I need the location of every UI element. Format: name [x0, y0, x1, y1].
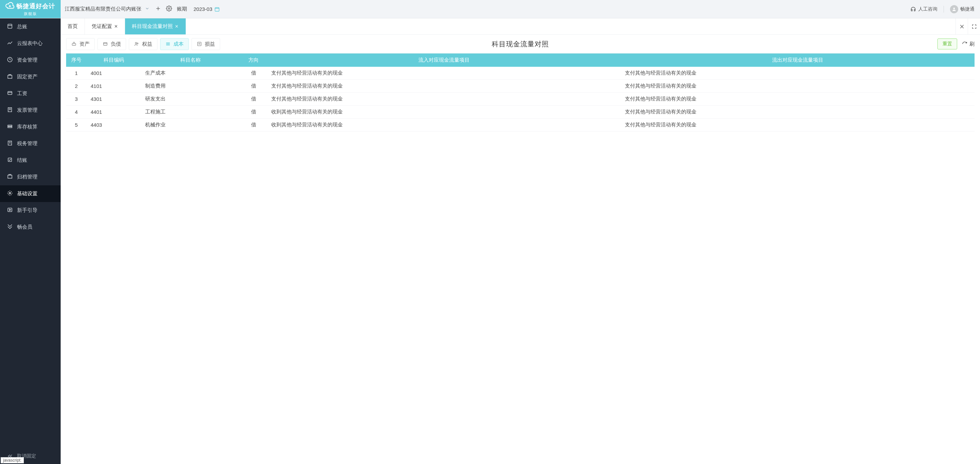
nav-label: 畅会员 [17, 224, 32, 230]
sidebar-item[interactable]: 畅会员 [0, 219, 60, 235]
cell-outflow: 支付其他与经营活动有关的现金 [621, 119, 975, 132]
add-company-button[interactable] [155, 5, 161, 13]
topbar: 畅捷通好会计 旗舰版 江西服宝精品有限责任公司内账张 账期 2023-03 人工… [0, 0, 980, 18]
table-wrapper[interactable]: 序号 科目编码 科目名称 方向 流入对应现金流量项目 流出对应现金流量项目 14… [66, 53, 975, 459]
segment-tab[interactable]: 成本 [160, 38, 189, 50]
svg-rect-11 [8, 75, 12, 78]
tab[interactable]: 首页 [60, 18, 85, 34]
cell-outflow: 支付其他与经营活动有关的现金 [621, 93, 975, 106]
svg-rect-12 [8, 92, 12, 95]
segment-tab[interactable]: 负债 [97, 38, 126, 50]
th-dir: 方向 [240, 54, 267, 67]
help-button[interactable]: 人工咨询 [910, 6, 937, 12]
nav-label: 工资 [17, 90, 27, 97]
chevron-down-icon [145, 6, 150, 12]
table-row[interactable]: 54403机械作业借收到其他与经营活动有关的现金支付其他与经营活动有关的现金 [66, 119, 975, 132]
nav-label: 归档管理 [17, 174, 38, 180]
cashflow-table: 序号 科目编码 科目名称 方向 流入对应现金流量项目 流出对应现金流量项目 14… [66, 54, 975, 132]
period-label: 账期 [177, 6, 187, 12]
sidebar-item[interactable]: 资金管理 [0, 52, 60, 68]
segment-icon [103, 41, 108, 47]
table-row[interactable]: 44401工程施工借收到其他与经营活动有关的现金支付其他与经营活动有关的现金 [66, 106, 975, 119]
sidebar-item[interactable]: 税务管理 [0, 135, 60, 152]
settings-button[interactable] [166, 5, 172, 13]
divider [943, 6, 944, 13]
cell-code: 4401 [87, 106, 141, 119]
nav-icon [7, 90, 13, 97]
fullscreen-icon [972, 24, 977, 29]
sidebar-item[interactable]: 归档管理 [0, 168, 60, 185]
tab[interactable]: 凭证配置✕ [85, 18, 125, 34]
cloud-logo-icon [5, 2, 14, 11]
tab-label: 科目现金流量对照 [132, 23, 173, 30]
nav-icon [7, 157, 13, 164]
avatar-icon [950, 5, 958, 13]
nav-label: 基础设置 [17, 191, 38, 197]
sidebar-item[interactable]: 新手引导 [0, 202, 60, 219]
brand-subtitle: 旗舰版 [24, 11, 37, 16]
tab-close-icon[interactable]: ✕ [114, 24, 118, 29]
segment-label: 权益 [142, 41, 152, 48]
cell-name: 工程施工 [141, 106, 240, 119]
nav-icon [7, 73, 13, 80]
company-selector[interactable]: 江西服宝精品有限责任公司内账张 [64, 5, 150, 14]
panel-title: 科目现金流量对照 [492, 40, 549, 49]
close-all-tabs-button[interactable] [956, 18, 968, 34]
nav-label: 总账 [17, 24, 27, 30]
nav-label: 结账 [17, 157, 27, 164]
svg-point-28 [137, 43, 138, 44]
svg-rect-8 [8, 24, 12, 28]
cell-seq: 5 [66, 119, 87, 132]
headset-icon [910, 6, 916, 12]
refresh-button[interactable]: 刷 [962, 41, 975, 48]
sidebar-item[interactable]: 云报表中心 [0, 35, 60, 52]
segment-group: 资产负债权益成本损益 [66, 38, 220, 50]
tab-close-icon[interactable]: ✕ [175, 24, 178, 29]
reset-button[interactable]: 重置 [937, 38, 957, 49]
table-row[interactable]: 14001生产成本借支付其他与经营活动有关的现金支付其他与经营活动有关的现金 [66, 67, 975, 80]
period-picker[interactable]: 2023-03 [192, 5, 221, 13]
segment-tab[interactable]: 权益 [129, 38, 158, 50]
svg-rect-25 [103, 43, 107, 45]
nav-icon [7, 57, 13, 64]
table-row[interactable]: 24101制造费用借支付其他与经营活动有关的现金支付其他与经营活动有关的现金 [66, 80, 975, 93]
cell-code: 4101 [87, 80, 141, 93]
svg-point-7 [953, 8, 955, 9]
help-label: 人工咨询 [918, 6, 937, 12]
segment-label: 负债 [111, 41, 121, 48]
segment-tab[interactable]: 损益 [191, 38, 220, 50]
svg-rect-18 [8, 158, 12, 162]
cell-name: 生产成本 [141, 67, 240, 80]
cell-outflow: 支付其他与经营活动有关的现金 [621, 106, 975, 119]
sidebar-item[interactable]: 固定资产 [0, 68, 60, 85]
segment-tab[interactable]: 资产 [66, 38, 95, 50]
sidebar-item[interactable]: 总账 [0, 18, 60, 35]
sidebar-item[interactable]: 结账 [0, 152, 60, 168]
nav-icon [7, 123, 13, 130]
cell-name: 机械作业 [141, 119, 240, 132]
nav-label: 库存核算 [17, 124, 38, 130]
cell-name: 制造费用 [141, 80, 240, 93]
nav-icon [7, 173, 13, 181]
sidebar: 总账云报表中心资金管理固定资产工资发票管理库存核算税务管理结账归档管理基础设置新… [0, 18, 60, 464]
nav-label: 发票管理 [17, 107, 38, 113]
company-name: 江西服宝精品有限责任公司内账张 [65, 6, 142, 12]
panel-header: 资产负债权益成本损益 科目现金流量对照 重置 刷 [66, 35, 975, 53]
svg-marker-21 [10, 209, 11, 211]
tab-label: 凭证配置 [92, 23, 112, 30]
th-name: 科目名称 [141, 54, 240, 67]
nav-icon [7, 40, 13, 47]
sidebar-item[interactable]: 工资 [0, 85, 60, 102]
sidebar-item[interactable]: 发票管理 [0, 102, 60, 119]
calendar-icon [214, 6, 220, 12]
sidebar-item[interactable]: 库存核算 [0, 119, 60, 135]
content-area: 首页凭证配置✕科目现金流量对照✕ 资产负债权益成本损益 科目现金流量对照 重置 [60, 18, 980, 464]
sidebar-item[interactable]: 基础设置 [0, 185, 60, 202]
table-row[interactable]: 34301研发支出借支付其他与经营活动有关的现金支付其他与经营活动有关的现金 [66, 93, 975, 106]
segment-label: 成本 [173, 41, 184, 48]
tab[interactable]: 科目现金流量对照✕ [125, 18, 186, 34]
fullscreen-button[interactable] [968, 18, 980, 34]
user-menu[interactable]: 畅捷通 [950, 5, 975, 13]
period-value: 2023-03 [194, 6, 212, 12]
cell-outflow: 支付其他与经营活动有关的现金 [621, 67, 975, 80]
